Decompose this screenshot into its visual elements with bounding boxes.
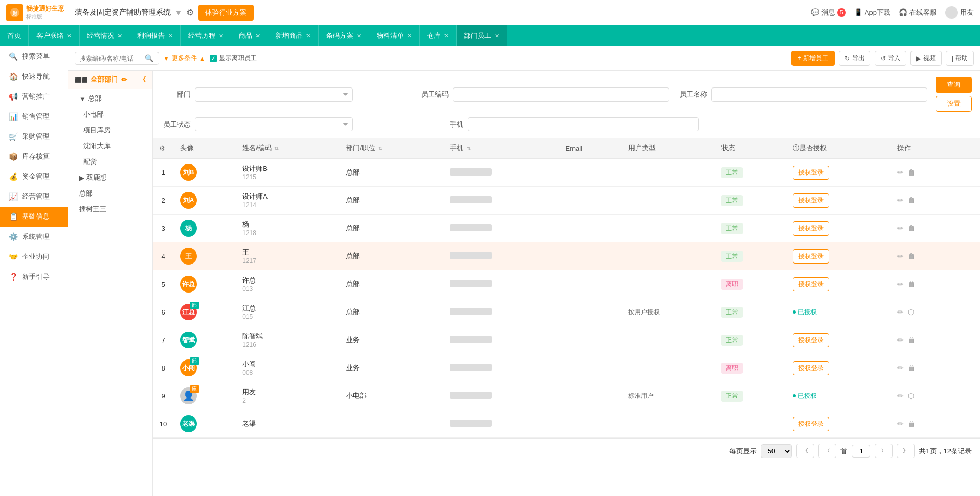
export-button[interactable]: ↻ 导出 bbox=[839, 51, 870, 66]
col-name-code[interactable]: 姓名/编码 ⇅ bbox=[236, 138, 340, 159]
help-button[interactable]: | 帮助 bbox=[946, 51, 974, 66]
reset-button[interactable]: 设置 bbox=[936, 96, 972, 112]
sidebar-item-enterprise[interactable]: 🤝 企业协同 bbox=[0, 247, 68, 267]
tab-customer[interactable]: 客户联络 ✕ bbox=[29, 25, 80, 46]
search-input[interactable] bbox=[80, 55, 143, 62]
auth-button[interactable]: 授权登录 bbox=[793, 249, 829, 264]
gear-button[interactable]: ⚙ bbox=[186, 7, 194, 17]
delete-icon[interactable]: 🗑 bbox=[908, 280, 915, 288]
delete-icon[interactable]: 🗑 bbox=[908, 364, 915, 372]
close-icon[interactable]: ✕ bbox=[407, 33, 412, 40]
dept-tree-item-shuanglu[interactable]: ▶ 双鹿想 bbox=[68, 170, 152, 186]
sidebar-item-system[interactable]: ⚙️ 系统管理 bbox=[0, 227, 68, 247]
online-service-button[interactable]: 🎧 在线客服 bbox=[899, 8, 937, 17]
dept-tree-item-zongbu[interactable]: 总部 bbox=[68, 186, 152, 201]
trial-button[interactable]: 体验行业方案 bbox=[198, 5, 254, 21]
tab-warehouse[interactable]: 仓库 ✕ bbox=[420, 25, 457, 46]
col-settings[interactable]: ⚙ bbox=[153, 138, 174, 159]
close-icon[interactable]: ✕ bbox=[306, 33, 311, 40]
sidebar-item-marketing[interactable]: 📢 营销推广 bbox=[0, 86, 68, 106]
auth-button[interactable]: 授权登录 bbox=[793, 193, 829, 208]
delete-icon[interactable]: 🗑 bbox=[908, 336, 915, 344]
dept-tree-item-peihuo[interactable]: 配货 bbox=[68, 154, 152, 170]
col-dept[interactable]: 部门/职位 ⇅ bbox=[340, 138, 443, 159]
close-icon[interactable]: ✕ bbox=[357, 33, 361, 40]
sidebar-item-quick-nav[interactable]: 🏠 快速导航 bbox=[0, 66, 68, 86]
tab-goods[interactable]: 商品 ✕ bbox=[231, 25, 268, 46]
edit-icon[interactable]: ✏ bbox=[897, 280, 904, 288]
page-input[interactable] bbox=[852, 445, 870, 458]
edit-icon[interactable]: ✏ bbox=[897, 252, 904, 260]
tab-add-goods[interactable]: 新增商品 ✕ bbox=[268, 25, 319, 46]
auth-button[interactable]: 授权登录 bbox=[793, 166, 829, 180]
dept-tree-item-chushu[interactable]: 插树王三 bbox=[68, 201, 152, 217]
edit-icon[interactable]: ✏ bbox=[897, 420, 904, 428]
dept-edit-icon[interactable]: ✏ bbox=[121, 75, 127, 84]
app-download-button[interactable]: 📱 App下载 bbox=[854, 8, 890, 17]
sidebar-item-inventory[interactable]: 📦 库存核算 bbox=[0, 147, 68, 167]
sidebar-item-purchase[interactable]: 🛒 采购管理 bbox=[0, 127, 68, 147]
search-box[interactable]: 🔍 bbox=[75, 52, 159, 65]
close-icon[interactable]: ✕ bbox=[67, 33, 72, 40]
show-resigned-checkbox[interactable]: ✓ 显示离职员工 bbox=[210, 54, 257, 63]
phone-input[interactable] bbox=[468, 117, 698, 131]
sidebar-item-operations[interactable]: 📈 经营管理 bbox=[0, 187, 68, 207]
query-button[interactable]: 查询 bbox=[936, 77, 972, 93]
close-icon[interactable]: ✕ bbox=[494, 33, 499, 40]
copy-icon[interactable]: ⬡ bbox=[908, 308, 914, 316]
tab-bom[interactable]: 物料清单 ✕ bbox=[369, 25, 420, 46]
emp-code-input[interactable] bbox=[453, 87, 669, 102]
edit-icon[interactable]: ✏ bbox=[897, 196, 904, 205]
dept-select[interactable] bbox=[195, 87, 353, 102]
delete-icon[interactable]: 🗑 bbox=[908, 420, 915, 428]
dept-tree-item-zongbu-parent[interactable]: ▼ 总部 bbox=[68, 91, 152, 106]
auth-button[interactable]: 授权登录 bbox=[793, 277, 829, 291]
edit-icon[interactable]: ✏ bbox=[897, 392, 904, 400]
first-page-button[interactable]: 《 bbox=[796, 444, 814, 458]
delete-icon[interactable]: 🗑 bbox=[908, 196, 915, 205]
copy-icon[interactable]: ⬡ bbox=[908, 392, 914, 400]
import-button[interactable]: ↺ 导入 bbox=[875, 51, 906, 66]
delete-icon[interactable]: 🗑 bbox=[908, 252, 915, 260]
close-icon[interactable]: ✕ bbox=[219, 33, 223, 40]
edit-icon[interactable]: ✏ bbox=[897, 308, 904, 316]
sidebar-item-sales[interactable]: 📊 销售管理 bbox=[0, 106, 68, 127]
dept-tree-item-shenyang[interactable]: 沈阳大库 bbox=[68, 138, 152, 154]
tab-profit[interactable]: 利润报告 ✕ bbox=[130, 25, 181, 46]
sidebar-item-basic-info[interactable]: 📋 基础信息 bbox=[0, 207, 68, 227]
sidebar-item-new-guide[interactable]: ❓ 新手引导 bbox=[0, 267, 68, 287]
dept-tree-item-xiaodian[interactable]: 小电部 bbox=[68, 106, 152, 122]
edit-icon[interactable]: ✏ bbox=[897, 364, 904, 372]
chevron-down-icon[interactable]: ▼ bbox=[175, 8, 182, 17]
auth-button[interactable]: 授权登录 bbox=[793, 333, 829, 347]
dept-tree-item-project[interactable]: 项目库房 bbox=[68, 122, 152, 138]
delete-icon[interactable]: 🗑 bbox=[908, 224, 915, 232]
per-page-select[interactable]: 50 20 100 bbox=[761, 444, 792, 458]
delete-icon[interactable]: 🗑 bbox=[908, 168, 915, 177]
emp-name-input[interactable] bbox=[711, 87, 927, 102]
table-settings-icon[interactable]: ⚙ bbox=[159, 144, 165, 152]
tab-home[interactable]: 首页 bbox=[0, 25, 29, 46]
edit-icon[interactable]: ✏ bbox=[897, 224, 904, 232]
more-filter-button[interactable]: ▼ 更多条件 ▲ bbox=[163, 54, 205, 63]
close-icon[interactable]: ✕ bbox=[117, 33, 122, 40]
last-page-button[interactable]: 》 bbox=[897, 444, 915, 458]
tab-operations[interactable]: 经营情况 ✕ bbox=[80, 25, 130, 46]
col-phone[interactable]: 手机 ⇅ bbox=[443, 138, 559, 159]
auth-button[interactable]: 授权登录 bbox=[793, 221, 829, 236]
close-icon[interactable]: ✕ bbox=[255, 33, 260, 40]
tab-department-staff[interactable]: 部门员工 ✕ bbox=[457, 25, 507, 46]
edit-icon[interactable]: ✏ bbox=[897, 336, 904, 344]
user-menu[interactable]: 用友 bbox=[945, 6, 974, 19]
sidebar-item-search-menu[interactable]: 🔍 搜索菜单 bbox=[0, 46, 68, 66]
message-button[interactable]: 💬 消息 5 bbox=[811, 8, 846, 17]
edit-icon[interactable]: ✏ bbox=[897, 168, 904, 177]
prev-page-button[interactable]: 〈 bbox=[818, 444, 836, 458]
next-page-button[interactable]: 〉 bbox=[875, 444, 893, 458]
auth-button[interactable]: 授权登录 bbox=[793, 361, 829, 375]
collapse-icon[interactable]: 《 bbox=[140, 75, 146, 84]
view-button[interactable]: ▶ 视频 bbox=[910, 51, 942, 66]
auth-button[interactable]: 授权登录 bbox=[793, 417, 829, 431]
tab-journey[interactable]: 经营历程 ✕ bbox=[181, 25, 231, 46]
tab-barcode[interactable]: 条码方案 ✕ bbox=[319, 25, 369, 46]
